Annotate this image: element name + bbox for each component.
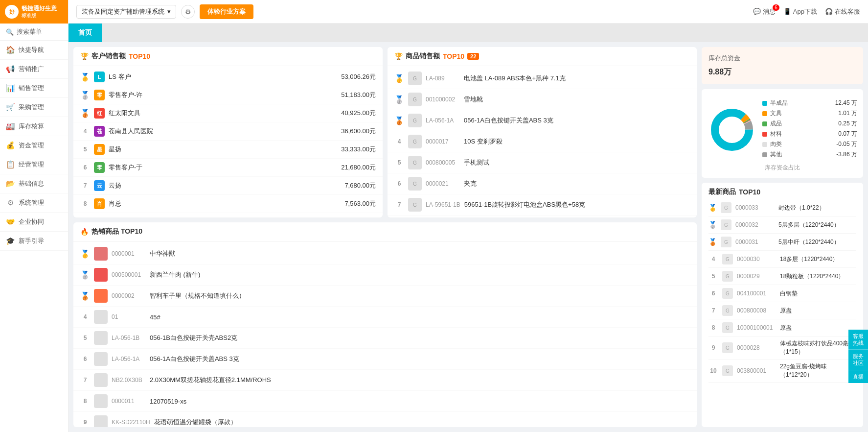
product-code: 0000017: [426, 138, 460, 145]
product-code: 000800008: [737, 307, 776, 314]
float-live[interactable]: 直播: [848, 370, 868, 383]
medal-icon: 🥉: [80, 291, 90, 301]
product-name: 5层多层（1220*2440）: [778, 221, 856, 229]
hot-product-item: 6 LA-056-1A 056-1A白色按键开关盖ABS 3克: [73, 349, 697, 370]
product-name: 2.0X30MM双搓花轴搓花直径2.1MM/ROHS: [150, 376, 690, 384]
rank-number: 4: [80, 126, 90, 136]
sidebar-item-库存核算[interactable]: 🏭库存核算: [0, 117, 68, 136]
rank-avatar: L: [94, 72, 105, 82]
product-name: 白钢垫: [780, 289, 856, 298]
nav-icon: 🎓: [6, 237, 15, 245]
trial-button[interactable]: 体验行业方案: [200, 4, 253, 19]
product-thumb: G: [408, 93, 422, 106]
rank-number: 5: [80, 144, 90, 154]
inventory-total-card: 库存总资金 9.88万: [702, 47, 863, 84]
ranking-item: 6 零 零售客户-于 21,680.00元: [73, 159, 383, 177]
medal-icon: 🥈: [80, 91, 90, 100]
product-code: 0000011: [112, 398, 146, 405]
app-download-button[interactable]: 📱 App下载: [783, 7, 817, 16]
float-service-community[interactable]: 服务社区: [848, 350, 868, 370]
medal-icon: 🥇: [394, 74, 404, 83]
sidebar-item-基础信息[interactable]: 📂基础信息: [0, 174, 68, 193]
nav-icon: 📊: [6, 84, 15, 93]
ranking-item: 🥇 L LS 客户 53,006.26元: [73, 68, 383, 86]
sidebar-item-系统管理[interactable]: ⚙系统管理: [0, 193, 68, 213]
rank-number: 6: [80, 354, 90, 364]
product-thumb: [94, 415, 108, 427]
donut-svg: [708, 105, 756, 154]
legend-item: 其他 -3.86 万: [762, 150, 857, 159]
online-service-button[interactable]: 🎧 在线客服: [825, 7, 860, 16]
chevron-down-icon: ▾: [167, 8, 171, 15]
inventory-chart-card: 半成品 12.45 万 文具 1.01 万 成品 0.25 万 材料 0.07 …: [702, 89, 863, 178]
legend-value: 0.07 万: [838, 130, 857, 138]
nav-label: 新手引导: [19, 237, 44, 245]
rank-number: 7: [80, 375, 90, 385]
new-product-item: 🥈 G 0000032 5层多层（1220*2440）: [708, 216, 856, 234]
message-badge: 6: [773, 4, 779, 11]
logo-subtitle: 标准版: [22, 12, 57, 19]
legend-value: 1.01 万: [838, 109, 857, 118]
inventory-total-amount: 9.88万: [708, 65, 856, 77]
logo-title: 畅捷通好生意: [22, 5, 57, 13]
hot-product-item: 4 01 45#: [73, 307, 697, 328]
product-code: 000500001: [112, 271, 146, 278]
sidebar-item-企业协同[interactable]: 🤝企业协同: [0, 213, 68, 232]
product-thumb: G: [722, 342, 733, 353]
product-name: 18多层（1220*2440）: [780, 255, 856, 264]
product-name: 雪地靴: [464, 95, 690, 104]
product-code: KK-SD22110H: [112, 419, 150, 426]
nav-label: 库存核算: [19, 122, 44, 131]
system-selector[interactable]: 装备及固定资产辅助管理系统 ▾: [76, 5, 176, 19]
product-code: 0000001: [112, 250, 146, 257]
product-sales-item: 7 G LA-59651-1B 59651-1B旋转投影灯电池盒ABS黑色+58…: [388, 194, 697, 216]
legend-value: 12.45 万: [835, 99, 857, 107]
product-code: 0000032: [735, 221, 775, 228]
sidebar-item-销售管理[interactable]: 📊销售管理: [0, 79, 68, 98]
nav-label: 经营管理: [19, 160, 44, 169]
product-name: 花语萌恒温分罐罐袋（厚款）: [154, 418, 690, 427]
message-button[interactable]: 💬 消息 6: [753, 7, 776, 16]
chart-footer: 库存资金占比: [708, 164, 857, 172]
customer-name: 肖总: [109, 199, 341, 208]
inventory-total-label: 库存总资金: [708, 54, 856, 63]
product-thumb: [94, 331, 108, 345]
float-service-hotline[interactable]: 客服热线: [848, 330, 868, 350]
customer-name: 云扬: [109, 181, 341, 190]
sidebar-item-经营管理[interactable]: 📋经营管理: [0, 155, 68, 174]
message-icon: 💬: [753, 8, 761, 15]
nav-icon: 💰: [6, 141, 15, 150]
product-code: 003800001: [737, 367, 776, 374]
new-product-item: 4 G 0000030 18多层（1220*2440）: [708, 251, 856, 268]
ranking-item: 4 苍 苍南县人民医院 36,600.00元: [73, 122, 383, 141]
legend-name: 成品: [770, 120, 835, 128]
total-unit: 万: [724, 68, 731, 76]
new-product-item: 5 G 0000029 18颗粒板（1220*2440）: [708, 268, 856, 285]
product-code: 001000002: [426, 96, 460, 103]
sidebar-item-快捷导航[interactable]: 🏠快捷导航: [0, 41, 68, 60]
product-name: 智利车子里（规格不知道填什么）: [150, 291, 690, 300]
search-menu[interactable]: 🔍 搜索菜单: [0, 24, 68, 41]
product-thumb: G: [722, 322, 733, 333]
rank-number: 8: [80, 199, 90, 209]
product-name: 45#: [150, 313, 690, 321]
sidebar-item-采购管理[interactable]: 🛒采购管理: [0, 98, 68, 117]
new-products-card: 最新商品 TOP10 🥇 G 0000033 封边带（1.0*22） 🥈 G 0…: [702, 183, 863, 427]
chart-legend: 半成品 12.45 万 文具 1.01 万 成品 0.25 万 材料 0.07 …: [762, 99, 857, 161]
sidebar-item-资金管理[interactable]: 💰资金管理: [0, 136, 68, 155]
donut-chart: [708, 105, 756, 154]
main-area: 装备及固定资产辅助管理系统 ▾ ⚙ 体验行业方案 💬 消息 6 📱 App下载 …: [69, 0, 868, 432]
product-thumb: G: [722, 365, 733, 376]
hot-products-card: 🔥 热销商品 TOP10 🥇 0000001 中华神獸 🥈 000500001 …: [73, 222, 697, 427]
float-buttons: 客服热线 服务社区 直播: [848, 330, 868, 383]
settings-button[interactable]: ⚙: [181, 5, 195, 19]
tab-home[interactable]: 首页: [69, 24, 102, 42]
nav-label: 销售管理: [19, 84, 44, 93]
new-products-top-label: TOP10: [739, 188, 760, 196]
sidebar-item-营销推广[interactable]: 📢营销推广: [0, 60, 68, 79]
product-code: LA-056-1A: [112, 356, 146, 362]
customer-name: 零售客户-于: [109, 163, 337, 172]
product-code: 10000100001: [737, 324, 776, 331]
sidebar-item-新手引导[interactable]: 🎓新手引导: [0, 232, 68, 251]
legend-value: 0.25 万: [838, 120, 857, 128]
